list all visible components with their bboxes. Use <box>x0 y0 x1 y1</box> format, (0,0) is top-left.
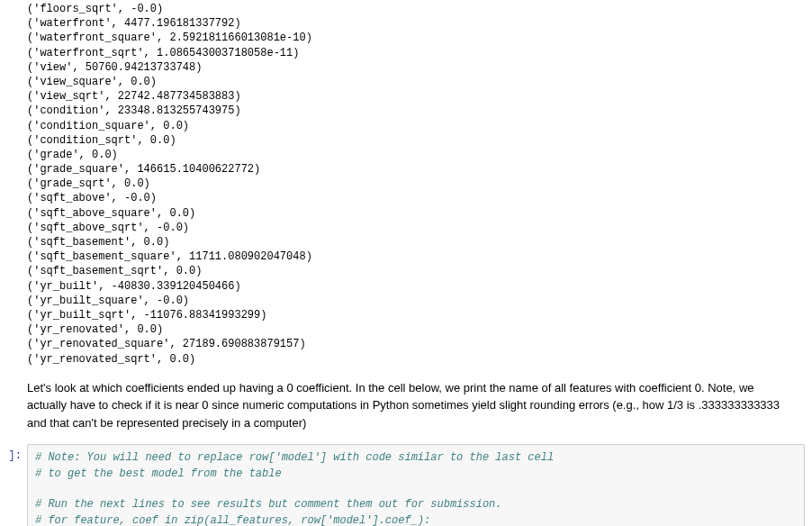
output-line: ('yr_built', -40830.339120450466) <box>27 280 241 293</box>
output-line: ('waterfront_sqrt', 1.086543003718058e-1… <box>27 47 299 59</box>
output-line: ('floors_sqrt', -0.0) <box>27 3 163 15</box>
markdown-cell: Let's look at which coefficients ended u… <box>0 368 812 445</box>
input-prompt: ]: <box>0 444 27 462</box>
output-line: ('sqft_basement', 0.0) <box>27 236 169 249</box>
output-line: ('view_square', 0.0) <box>27 76 157 88</box>
output-line: ('sqft_above_square', 0.0) <box>27 207 195 220</box>
code-line: # Note: You will need to replace row['mo… <box>35 451 554 464</box>
output-line: ('sqft_above', -0.0) <box>27 192 157 204</box>
code-input-area[interactable]: # Note: You will need to replace row['mo… <box>27 444 805 526</box>
output-line: ('condition_sqrt', 0.0) <box>27 134 176 147</box>
output-line: ('yr_renovated_square', 27189.6908838791… <box>27 338 306 350</box>
output-line: ('sqft_above_sqrt', -0.0) <box>27 222 189 234</box>
output-line: ('grade', 0.0) <box>27 149 118 161</box>
output-line: ('grade_square', 146615.10400622772) <box>27 163 260 176</box>
code-cell: ]: # Note: You will need to replace row[… <box>0 444 812 526</box>
code-line: # for feature, coef in zip(all_features,… <box>35 514 430 526</box>
output-line: ('sqft_basement_square', 11711.080902047… <box>27 250 312 263</box>
output-line: ('condition_square', 0.0) <box>27 120 189 132</box>
output-line: ('yr_built_sqrt', -11076.88341993299) <box>27 309 266 322</box>
output-line: ('grade_sqrt', 0.0) <box>27 177 150 190</box>
output-line: ('waterfront_square', 2.592181166013081e… <box>27 32 312 44</box>
output-line: ('yr_renovated', 0.0) <box>27 323 163 336</box>
output-line: ('yr_built_square', -0.0) <box>27 295 189 307</box>
markdown-text: Let's look at which coefficients ended u… <box>27 381 780 430</box>
output-line: ('view', 50760.94213733748) <box>27 61 202 74</box>
code-line: # to get the best model from the table <box>35 467 282 480</box>
output-area: ('floors_sqrt', -0.0) ('waterfront', 447… <box>0 0 812 368</box>
output-line: ('condition', 23348.813255743975) <box>27 104 241 117</box>
output-line: ('sqft_basement_sqrt', 0.0) <box>27 265 202 277</box>
code-line: # Run the next lines to see results but … <box>35 498 501 511</box>
output-line: ('yr_renovated_sqrt', 0.0) <box>27 353 195 366</box>
output-line: ('view_sqrt', 22742.487734583883) <box>27 90 241 103</box>
prompt-label: ]: <box>9 449 22 462</box>
output-line: ('waterfront', 4477.196181337792) <box>27 17 241 30</box>
